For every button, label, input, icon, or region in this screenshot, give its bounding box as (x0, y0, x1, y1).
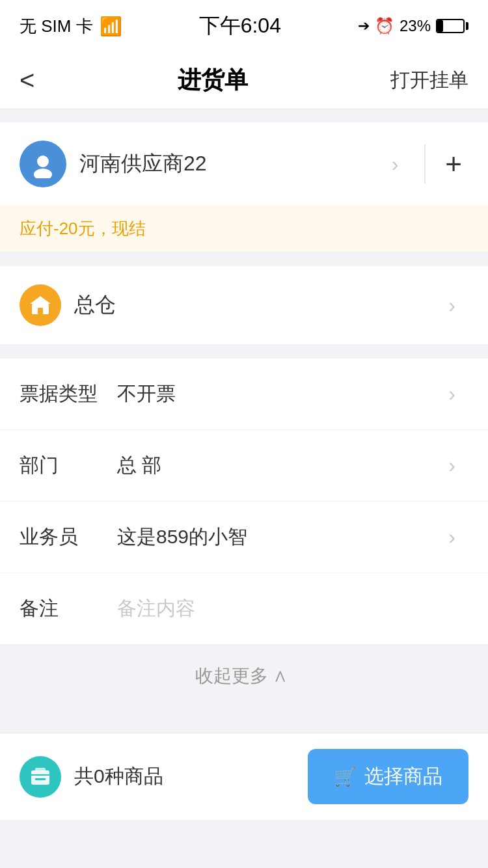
remark-label: 备注 (20, 595, 98, 622)
warehouse-icon (20, 284, 61, 326)
add-supplier-button[interactable]: + (439, 148, 468, 180)
warehouse-name: 总仓 (74, 291, 448, 319)
invoice-type-label: 票据类型 (20, 381, 98, 407)
department-row[interactable]: 部门 总 部 › (0, 430, 488, 502)
product-count: 共0种商品 (74, 763, 308, 790)
wifi-icon: 📶 (100, 16, 122, 37)
select-btn-icon: 🛒 (334, 766, 357, 787)
svg-marker-3 (30, 296, 51, 304)
open-pending-button[interactable]: 打开挂单 (390, 67, 468, 94)
svg-rect-8 (35, 778, 46, 780)
remark-input[interactable]: 备注内容 (117, 595, 468, 622)
section-gap-2 (0, 253, 488, 266)
status-right: ➔ ⏰ 23% (358, 17, 468, 35)
status-left: 无 SIM 卡 📶 (20, 15, 122, 38)
back-button[interactable]: < (20, 66, 34, 95)
supplier-avatar (20, 141, 66, 187)
supplier-name: 河南供应商22 (79, 150, 392, 178)
page-background (0, 820, 488, 868)
salesperson-label: 业务员 (20, 524, 98, 550)
battery-icon (436, 19, 468, 33)
svg-point-1 (34, 169, 52, 178)
department-chevron: › (448, 454, 455, 478)
svg-rect-6 (35, 768, 46, 772)
salesperson-value: 这是859的小智 (117, 524, 448, 550)
salesperson-row[interactable]: 业务员 这是859的小智 › (0, 502, 488, 573)
location-icon: ➔ (358, 18, 370, 34)
warehouse-row[interactable]: 总仓 › (0, 266, 488, 344)
invoice-type-value: 不开票 (117, 381, 448, 407)
warehouse-chevron-icon: › (448, 293, 455, 318)
department-value: 总 部 (117, 452, 448, 479)
svg-point-0 (37, 156, 49, 167)
supplier-divider (424, 144, 426, 183)
supplier-notice: 应付-20元，现结 (0, 206, 488, 252)
invoice-type-row[interactable]: 票据类型 不开票 › (0, 359, 488, 430)
invoice-type-chevron: › (448, 382, 455, 406)
collapse-row[interactable]: 收起更多 ∧ (0, 645, 488, 707)
department-label: 部门 (20, 452, 98, 479)
warehouse-card[interactable]: 总仓 › (0, 266, 488, 344)
status-bar: 无 SIM 卡 📶 下午6:04 ➔ ⏰ 23% (0, 0, 488, 52)
select-product-button[interactable]: 🛒 选择商品 (308, 749, 468, 804)
product-icon (20, 756, 61, 798)
alarm-icon: ⏰ (375, 17, 394, 35)
page-title: 进货单 (178, 64, 248, 96)
battery-percent: 23% (400, 17, 431, 35)
remark-row[interactable]: 备注 备注内容 (0, 573, 488, 644)
supplier-chevron-icon: › (392, 152, 399, 176)
svg-rect-4 (38, 308, 43, 314)
section-gap-4 (0, 707, 488, 733)
supplier-row[interactable]: 河南供应商22 › + (0, 122, 488, 206)
nav-bar: < 进货单 打开挂单 (0, 52, 488, 109)
section-gap-1 (0, 109, 488, 122)
section-gap-3 (0, 346, 488, 359)
status-time: 下午6:04 (199, 12, 281, 40)
no-sim-text: 无 SIM 卡 (20, 15, 93, 38)
form-section: 票据类型 不开票 › 部门 总 部 › 业务员 这是859的小智 › 备注 备注… (0, 359, 488, 644)
svg-rect-5 (31, 770, 49, 785)
salesperson-chevron: › (448, 525, 455, 549)
collapse-label: 收起更多 ∧ (195, 664, 288, 688)
select-btn-label: 选择商品 (364, 763, 442, 790)
bottom-bar: 共0种商品 🛒 选择商品 (0, 733, 488, 820)
supplier-card: 河南供应商22 › + 应付-20元，现结 (0, 122, 488, 252)
